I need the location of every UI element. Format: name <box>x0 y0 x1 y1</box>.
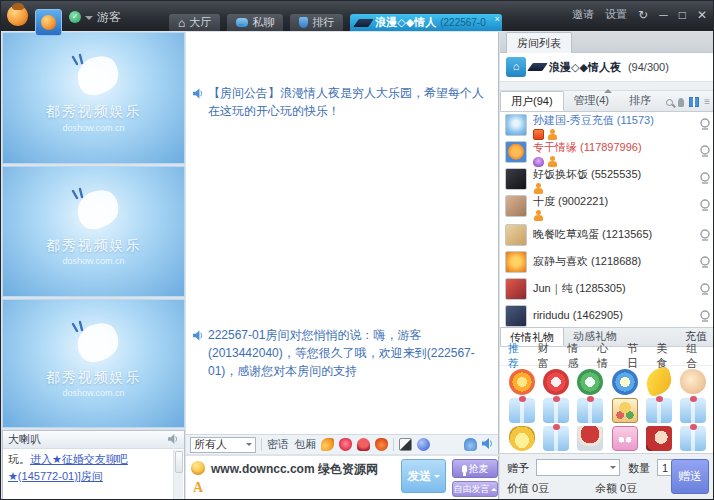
tab-users[interactable]: 用户(94) <box>500 91 564 111</box>
user-name: 孙建国-秀豆充值 (11573) <box>533 113 654 128</box>
user-list[interactable]: 孙建国-秀豆充值 (11573) 专干情缘 (117897996) 好饭换坏饭 … <box>500 112 714 327</box>
skin-icon[interactable]: ↻ <box>638 9 648 21</box>
username-label: 游客 <box>97 9 121 26</box>
message-input[interactable]: www.downcc.com 绿色资源网 <box>211 461 378 478</box>
gift-item[interactable] <box>539 397 573 423</box>
pin-icon[interactable] <box>678 98 684 107</box>
tab-room-list[interactable]: 房间列表 <box>506 32 572 53</box>
filter-icon[interactable]: ≡ <box>704 97 710 107</box>
send-options-caret <box>434 475 440 481</box>
video-watermark-url: doshow.com.cn <box>3 123 184 133</box>
webcam-icon[interactable] <box>699 113 711 133</box>
gift-item[interactable] <box>505 397 539 423</box>
gift-item[interactable] <box>573 397 607 423</box>
gift-item[interactable] <box>573 368 607 395</box>
webcam-icon[interactable] <box>699 194 711 214</box>
invite-button[interactable]: 邀请 <box>572 7 594 22</box>
grab-mic-button[interactable]: 抢麦 <box>452 459 498 478</box>
room-list-collapse[interactable] <box>500 82 714 91</box>
gift-item[interactable] <box>573 425 607 451</box>
emoji-picker-icon[interactable] <box>191 461 205 475</box>
gift-item[interactable] <box>676 397 710 423</box>
video-watermark: 都秀视频娱乐 <box>3 237 184 255</box>
kiss-icon[interactable] <box>339 438 352 451</box>
gift-item[interactable] <box>608 368 642 395</box>
horn-scrollbar[interactable] <box>173 450 183 499</box>
video-panel-2[interactable]: 都秀视频娱乐 doshow.com.cn <box>2 166 185 297</box>
user-row[interactable]: 寂静与喜欢 (1218688) <box>500 247 714 274</box>
category-combo[interactable]: 组合 <box>686 341 707 371</box>
category-recommended[interactable]: 推荐 <box>508 341 529 371</box>
tab-admins[interactable]: 管理(4) <box>564 91 619 111</box>
webcam-icon[interactable] <box>699 167 711 187</box>
webcam-icon[interactable] <box>699 305 711 325</box>
send-button[interactable]: 发送 <box>401 459 446 493</box>
send-gift-button[interactable]: 赠送 <box>671 459 709 494</box>
booth-button[interactable]: 包厢 <box>294 437 316 452</box>
gift-item[interactable] <box>642 397 676 423</box>
user-row[interactable]: 孙建国-秀豆充值 (11573) <box>500 112 714 139</box>
lantern-icon[interactable] <box>375 438 388 451</box>
gift-item[interactable] <box>676 368 710 395</box>
gift-item[interactable] <box>642 368 676 395</box>
close-room-tab-icon[interactable]: × <box>495 14 500 24</box>
whisper-toggle[interactable]: 密语 <box>267 437 289 452</box>
gift-item[interactable] <box>505 425 539 451</box>
category-festival[interactable]: 节日 <box>627 341 648 371</box>
category-wealth[interactable]: 财富 <box>538 341 559 371</box>
chat-log[interactable]: 【房间公告】浪漫情人夜是穷人大乐园，希望每个人在这玩的开心玩的快乐！ 22256… <box>186 32 499 434</box>
font-style-button[interactable]: A <box>193 480 203 496</box>
category-emotion[interactable]: 情感 <box>567 341 588 371</box>
settings-button[interactable]: 设置 <box>605 7 627 22</box>
gift-item[interactable] <box>676 425 710 451</box>
gift-item[interactable] <box>539 425 573 451</box>
sound-icon[interactable] <box>482 438 494 451</box>
user-name: riridudu (1462905) <box>533 303 623 327</box>
user-row[interactable]: 专干情缘 (117897996) <box>500 139 714 166</box>
online-status-icon[interactable]: ✓ <box>69 11 81 23</box>
video-panel-1[interactable]: 都秀视频娱乐 doshow.com.cn <box>2 32 185 164</box>
webcam-icon[interactable] <box>699 224 711 244</box>
minimize-button[interactable]: ─ <box>659 9 668 21</box>
chat-input-area[interactable]: www.downcc.com 绿色资源网 A 发送 抢麦 自由发言 <box>186 456 499 500</box>
video-panel-3[interactable]: 都秀视频娱乐 doshow.com.cn <box>2 299 185 428</box>
tab-sort[interactable]: 排序 <box>619 91 661 111</box>
trumpet-icon[interactable] <box>321 438 334 451</box>
nav-tab-ranking[interactable]: 排行 <box>290 14 343 31</box>
gift-item[interactable] <box>608 425 642 451</box>
nav-tab-private-chat[interactable]: 私聊 <box>227 14 283 31</box>
tab-current-room[interactable]: 浪漫◇◆情人 (222567-0 × <box>350 14 502 31</box>
gift-item[interactable] <box>642 425 676 451</box>
webcam-icon[interactable] <box>699 251 711 271</box>
raise-hand-icon[interactable] <box>464 438 477 451</box>
user-row[interactable]: 晚餐吃草鸡蛋 (1213565) <box>500 220 714 247</box>
rose-icon[interactable] <box>357 438 370 451</box>
free-talk-button[interactable]: 自由发言 <box>452 481 498 497</box>
nav-tab-lobby[interactable]: ⌂ 大厅 <box>169 14 220 31</box>
maximize-button[interactable]: □ <box>679 9 686 21</box>
horn-speaker-icon[interactable] <box>168 434 179 446</box>
give-to-select[interactable] <box>536 459 620 476</box>
gift-item[interactable] <box>539 368 573 395</box>
status-dropdown-caret[interactable] <box>85 16 93 24</box>
audience-select[interactable]: 所有人 <box>190 437 256 453</box>
gift-item[interactable] <box>608 397 642 423</box>
webcam-icon[interactable] <box>699 278 711 298</box>
gift-item[interactable] <box>505 368 539 395</box>
user-avatar[interactable] <box>35 9 62 36</box>
category-food[interactable]: 美食 <box>657 341 678 371</box>
room-home-icon[interactable]: ⌂ <box>506 57 526 77</box>
category-mood[interactable]: 心情 <box>597 341 618 371</box>
current-room-row[interactable]: ⌂ 浪漫◇◆情人夜 (94/300) <box>500 53 714 82</box>
user-row[interactable]: 十度 (9002221) <box>500 193 714 220</box>
user-row[interactable]: 好饭换坏饭 (5525535) <box>500 166 714 193</box>
grid-view-icon[interactable] <box>689 97 699 107</box>
user-row[interactable]: riridudu (1462905) <box>500 301 714 327</box>
search-icon[interactable] <box>666 99 673 106</box>
balloon-icon[interactable] <box>417 438 430 451</box>
dice-game-icon[interactable] <box>399 438 412 451</box>
webcam-icon[interactable] <box>699 140 711 160</box>
user-row[interactable]: Jun｜纯 (1285305) <box>500 274 714 301</box>
close-button[interactable]: ✕ <box>697 9 707 21</box>
chevron-up-icon <box>491 485 497 491</box>
